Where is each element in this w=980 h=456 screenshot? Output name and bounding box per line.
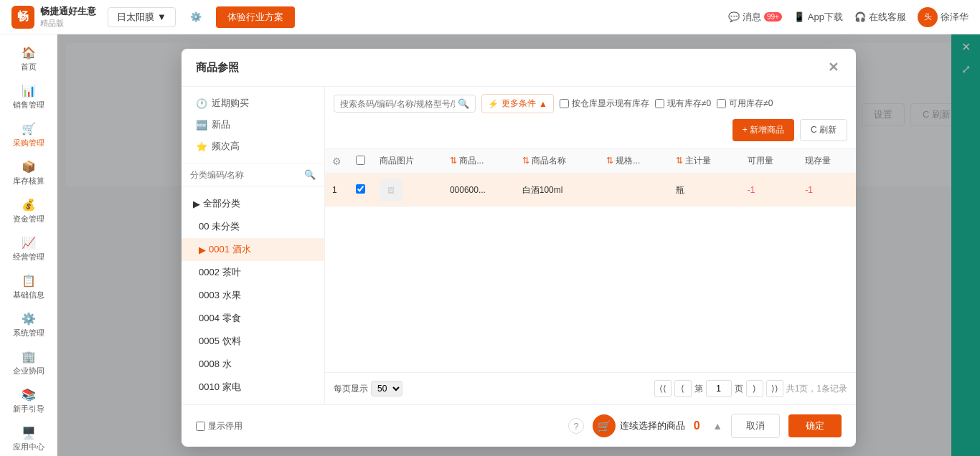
sidebar-item-home[interactable]: 🏠 首页 <box>0 40 57 78</box>
help-icon-btn[interactable]: ? <box>568 418 584 434</box>
sidebar-label-enterprise: 企业协同 <box>13 366 44 376</box>
category-search-icon[interactable]: 🔍 <box>304 169 316 180</box>
table-row[interactable]: 1 🖼 <box>325 174 856 207</box>
main-layout: 🏠 首页 📊 销售管理 🛒 采购管理 📦 库存核算 💰 资金管理 📈 经营管理 … <box>0 34 980 456</box>
sidebar-item-apps[interactable]: 🖥️ 应用中心 <box>0 420 57 456</box>
disabled-checkbox[interactable] <box>196 422 205 431</box>
sidebar-label-apps: 应用中心 <box>13 442 44 452</box>
sidebar-item-enterprise[interactable]: 🏢 企业协同 <box>0 344 57 382</box>
sidebar-item-finance[interactable]: 💰 资金管理 <box>0 192 57 230</box>
cat-0008[interactable]: 0008 水 <box>182 353 324 376</box>
branch-selector[interactable]: 日太阳膜 ▼ <box>108 7 176 27</box>
page-nav: ⟨⟨ ⟨ 第 页 ⟩ ⟩⟩ 共1页，1条记录 <box>654 380 847 397</box>
cart-icon[interactable]: 🛒 <box>593 414 616 437</box>
sidebar-item-sales[interactable]: 📊 销售管理 <box>0 78 57 116</box>
message-icon: 💬 <box>728 11 740 22</box>
collapse-footer-btn[interactable]: ▲ <box>712 420 722 432</box>
app-download-btn[interactable]: 📱 App下载 <box>793 11 843 24</box>
col-unit[interactable]: ⇅ 主计量 <box>669 149 740 174</box>
user-avatar[interactable]: 头 徐泽华 <box>918 7 969 27</box>
refresh-btn[interactable]: C 刷新 <box>800 119 847 141</box>
stock-nonzero-checkbox[interactable] <box>655 99 664 108</box>
first-page-btn[interactable]: ⟨⟨ <box>654 380 672 397</box>
col-name[interactable]: ⇅ 商品名称 <box>515 149 599 174</box>
table-header-row: ⚙ 商品图片 <box>325 149 856 174</box>
cat-0004[interactable]: 0004 零食 <box>182 307 324 330</box>
sort-icon-name: ⇅ <box>522 156 529 166</box>
new-product-item[interactable]: 🆕 新品 <box>190 114 316 136</box>
cat-all[interactable]: ▶ 全部分类 <box>182 192 324 215</box>
cat-0003[interactable]: 0003 水果 <box>182 284 324 307</box>
product-panel: 🔍 ⚡ 更多条件 ▲ 按仓库显示现有库存 <box>325 87 856 404</box>
sidebar-item-system[interactable]: ⚙️ 系统管理 <box>0 306 57 344</box>
col-spec[interactable]: ⇅ 规格... <box>599 149 669 174</box>
product-table: ⚙ 商品图片 <box>325 149 856 372</box>
per-page-control: 每页显示 50 <box>334 381 402 396</box>
settings-icon-btn[interactable]: ⚙️ <box>182 9 210 25</box>
continuous-select: 🛒 连续选择的商品 0 <box>593 414 704 437</box>
cat-0002[interactable]: 0002 茶叶 <box>182 261 324 284</box>
category-search-input[interactable] <box>190 170 300 180</box>
logo-icon: 畅 <box>11 6 34 29</box>
check-stock-nonzero[interactable]: 现有库存≠0 <box>655 98 711 110</box>
guide-icon: 📚 <box>22 388 36 402</box>
sidebar-item-basic[interactable]: 📋 基础信息 <box>0 268 57 306</box>
product-toolbar: 🔍 ⚡ 更多条件 ▲ 按仓库显示现有库存 <box>325 87 856 149</box>
col-available[interactable]: 可用量 <box>740 149 798 174</box>
cat-00[interactable]: 00 未分类 <box>182 215 324 238</box>
page-number-input[interactable] <box>706 380 732 397</box>
headset-icon: 🎧 <box>854 11 866 22</box>
sidebar-label-finance: 资金管理 <box>13 214 44 224</box>
pagination: 每页显示 50 ⟨⟨ ⟨ 第 页 ⟩ <box>325 372 856 404</box>
search-icon[interactable]: 🔍 <box>458 98 469 109</box>
sidebar-item-business[interactable]: 📈 经营管理 <box>0 230 57 268</box>
warehouse-checkbox[interactable] <box>560 99 569 108</box>
table-settings-icon[interactable]: ⚙ <box>332 156 341 167</box>
page-total-info: 共1页，1条记录 <box>786 383 847 395</box>
business-icon: 📈 <box>22 236 36 250</box>
sidebar-item-inventory[interactable]: 📦 库存核算 <box>0 154 57 192</box>
col-stock[interactable]: 现存量 <box>798 149 856 174</box>
chevron-up-icon: ▲ <box>539 99 547 109</box>
avatar: 头 <box>918 7 938 27</box>
show-disabled-check[interactable]: 显示停用 <box>196 420 242 432</box>
check-available-nonzero[interactable]: 可用库存≠0 <box>717 98 773 110</box>
available-nonzero-checkbox[interactable] <box>717 99 726 108</box>
col-code[interactable]: ⇅ 商品... <box>443 149 515 174</box>
sidebar-item-guide[interactable]: 📚 新手引导 <box>0 382 57 420</box>
service-btn[interactable]: 🎧 在线客服 <box>854 11 906 24</box>
message-btn[interactable]: 💬 消息 99+ <box>728 11 782 24</box>
add-product-btn[interactable]: + 新增商品 <box>732 119 794 141</box>
col-image: 商品图片 <box>372 149 443 174</box>
check-warehouse-display[interactable]: 按仓库显示现有库存 <box>560 98 649 110</box>
new-icon: 🆕 <box>196 120 207 130</box>
sidebar-label-sales: 销售管理 <box>13 100 44 110</box>
cancel-btn[interactable]: 取消 <box>731 414 780 438</box>
sidebar-item-purchase[interactable]: 🛒 采购管理 <box>0 116 57 154</box>
row-checkbox-cell[interactable] <box>349 174 372 207</box>
frequent-item[interactable]: ⭐ 频次高 <box>190 136 316 157</box>
recent-purchase-item[interactable]: 🕐 近期购买 <box>190 92 316 114</box>
per-page-select[interactable]: 50 <box>371 381 402 396</box>
confirm-btn[interactable]: 确定 <box>788 414 842 437</box>
collapse-category-btn[interactable]: 《 <box>324 232 325 260</box>
modal-close-btn[interactable]: ✕ <box>824 59 842 76</box>
next-page-btn[interactable]: ⟩ <box>746 380 763 397</box>
quick-access: 🕐 近期购买 🆕 新品 ⭐ 频次高 <box>182 87 324 163</box>
logo-text: 畅捷通好生意 精品版 <box>40 5 96 29</box>
select-all-checkbox[interactable] <box>356 156 365 165</box>
last-page-btn[interactable]: ⟩⟩ <box>766 380 783 397</box>
cat-0001[interactable]: ▶ 0001 酒水 <box>182 238 324 261</box>
prev-page-btn[interactable]: ⟨ <box>674 380 692 397</box>
modal-overlay: 商品参照 ✕ 🕐 近期购买 🆕 <box>57 34 980 456</box>
cat-0010[interactable]: 0010 家电 <box>182 376 324 399</box>
app-icon: 📱 <box>793 11 805 22</box>
clock-icon: 🕐 <box>196 98 207 109</box>
sidebar-label-purchase: 采购管理 <box>13 138 44 148</box>
product-search-input[interactable] <box>340 99 455 109</box>
row-checkbox[interactable] <box>356 184 365 194</box>
experience-btn[interactable]: 体验行业方案 <box>216 6 295 28</box>
footer-right: ? 🛒 连续选择的商品 0 ▲ 取消 确定 <box>568 414 842 438</box>
more-filter-btn[interactable]: ⚡ 更多条件 ▲ <box>481 94 554 113</box>
cat-0005[interactable]: 0005 饮料 <box>182 330 324 353</box>
